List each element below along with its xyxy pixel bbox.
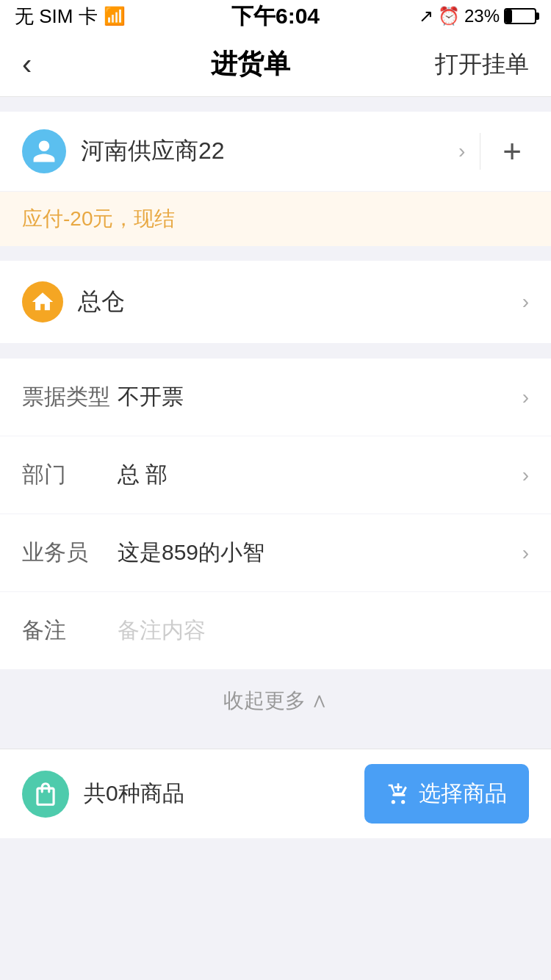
page-background	[0, 838, 551, 980]
add-supplier-button[interactable]: +	[495, 133, 529, 170]
department-label: 部门	[22, 460, 118, 490]
page-title: 进货单	[211, 46, 290, 82]
person-icon	[31, 138, 57, 165]
invoice-label: 票据类型	[22, 382, 118, 412]
bottom-bar: 共0种商品 选择商品	[0, 749, 551, 838]
remark-row[interactable]: 备注 备注内容	[0, 591, 551, 669]
department-chevron-icon: ›	[522, 464, 529, 487]
section-gap-3	[0, 343, 551, 358]
carrier-text: 无 SIM 卡	[15, 4, 98, 29]
section-gap-4	[0, 732, 551, 747]
supplier-avatar	[22, 129, 66, 173]
invoice-row[interactable]: 票据类型 不开票 ›	[0, 358, 551, 436]
nav-bar: ‹ 进货单 打开挂单	[0, 32, 551, 97]
divider	[480, 133, 480, 170]
open-pending-button[interactable]: 打开挂单	[435, 48, 529, 81]
status-bar: 无 SIM 卡 📶 下午6:04 ↗ ⏰ 23%	[0, 0, 551, 32]
section-gap-2	[0, 246, 551, 261]
status-time: 下午6:04	[231, 1, 320, 32]
warehouse-chevron-icon: ›	[522, 290, 529, 314]
collapse-row[interactable]: 收起更多 ∧	[0, 669, 551, 732]
warehouse-name: 总仓	[78, 286, 515, 318]
product-icon	[22, 771, 69, 818]
alarm-icon: ⏰	[438, 6, 460, 26]
wifi-icon: 📶	[104, 6, 126, 26]
warehouse-avatar	[22, 281, 63, 323]
notice-bar: 应付-20元，现结	[0, 192, 551, 246]
invoice-chevron-icon: ›	[522, 386, 529, 409]
supplier-chevron-icon: ›	[458, 140, 465, 163]
select-product-button[interactable]: 选择商品	[364, 764, 529, 824]
battery-icon	[504, 8, 536, 24]
salesman-label: 业务员	[22, 538, 118, 568]
info-card: 票据类型 不开票 › 部门 总 部 › 业务员 这是859的小智 › 备注 备注…	[0, 358, 551, 669]
salesman-chevron-icon: ›	[522, 541, 529, 565]
salesman-value: 这是859的小智	[118, 538, 515, 568]
warehouse-row[interactable]: 总仓 ›	[0, 261, 551, 343]
back-button[interactable]: ‹	[22, 48, 66, 81]
remark-input[interactable]: 备注内容	[118, 616, 529, 646]
shopping-bag-icon	[32, 780, 60, 808]
warehouse-card: 总仓 ›	[0, 261, 551, 343]
add-cart-icon	[386, 782, 410, 806]
select-product-label: 选择商品	[419, 779, 507, 809]
status-right: ↗ ⏰ 23%	[419, 6, 536, 26]
supplier-row[interactable]: 河南供应商22 › +	[0, 112, 551, 192]
section-gap-1	[0, 97, 551, 112]
warehouse-icon	[30, 289, 55, 314]
department-row[interactable]: 部门 总 部 ›	[0, 436, 551, 514]
battery-percent: 23%	[464, 6, 500, 26]
supplier-card: 河南供应商22 › + 应付-20元，现结	[0, 112, 551, 246]
department-value: 总 部	[118, 460, 515, 490]
invoice-value: 不开票	[118, 382, 515, 412]
supplier-name: 河南供应商22	[81, 135, 451, 167]
remark-label: 备注	[22, 616, 118, 646]
notice-text: 应付-20元，现结	[22, 207, 175, 230]
product-count: 共0种商品	[84, 779, 364, 809]
salesman-row[interactable]: 业务员 这是859的小智 ›	[0, 514, 551, 591]
collapse-label: 收起更多 ∧	[223, 687, 328, 715]
status-carrier: 无 SIM 卡 📶	[15, 4, 126, 29]
location-icon: ↗	[419, 6, 433, 26]
